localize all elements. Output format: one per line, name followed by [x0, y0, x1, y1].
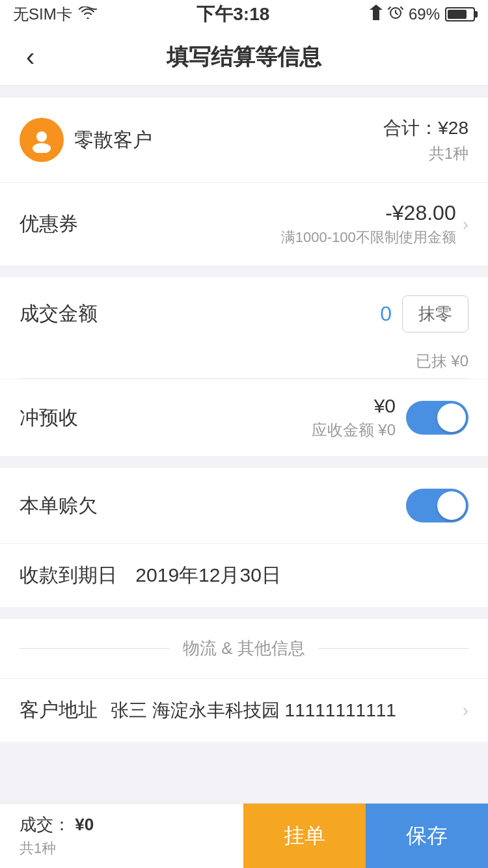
- bottom-count: 共1种: [20, 839, 224, 858]
- coupon-desc: 满1000-100不限制使用金额: [281, 228, 456, 247]
- address-row[interactable]: 客户地址 张三 海淀永丰科技园 11111111111 ›: [0, 679, 488, 742]
- debt-card: 本单赊欠 收款到期日 2019年12月30日: [0, 468, 488, 607]
- signal-text: 无SIM卡: [13, 4, 72, 25]
- customer-card: 零散客户 合计：¥28 共1种 优惠券 -¥28.00 满1000-100不限制…: [0, 98, 488, 265]
- coupon-value: -¥28.00: [281, 201, 456, 225]
- amount-row: 成交金额 0 抹零: [0, 277, 488, 351]
- status-left: 无SIM卡: [13, 4, 97, 25]
- wifi-icon: [79, 5, 97, 23]
- duedate-row: 收款到期日 2019年12月30日: [0, 543, 488, 607]
- coupon-right: -¥28.00 满1000-100不限制使用金额 ›: [281, 201, 468, 247]
- flush-amount: ¥0 应收金额 ¥0: [312, 395, 396, 441]
- customer-row: 零散客户 合计：¥28 共1种: [0, 98, 488, 182]
- customer-right: 合计：¥28 共1种: [383, 116, 468, 164]
- nav-bar: ‹ 填写结算等信息: [0, 29, 488, 86]
- flush-label: 冲预收: [20, 405, 78, 431]
- flush-amount-value: ¥0: [312, 395, 396, 417]
- battery-icon: [445, 7, 475, 21]
- battery-percent: 69%: [409, 5, 440, 23]
- flush-row: 冲预收 ¥0 应收金额 ¥0: [0, 379, 488, 456]
- amount-card: 成交金额 0 抹零 已抹 ¥0 冲预收 ¥0 应收金额 ¥0: [0, 277, 488, 456]
- debt-toggle[interactable]: [406, 489, 468, 522]
- debt-label: 本单赊欠: [20, 493, 98, 519]
- customer-avatar: [20, 118, 64, 162]
- alarm-icon: [388, 5, 403, 24]
- bottom-transaction-label: 成交：: [20, 815, 70, 834]
- address-chevron-icon: ›: [463, 700, 468, 721]
- coupon-block: -¥28.00 满1000-100不限制使用金额: [281, 201, 456, 247]
- status-time: 下午3:18: [197, 2, 269, 27]
- debt-toggle-knob: [437, 491, 466, 520]
- flush-amount-sub: 应收金额 ¥0: [312, 420, 396, 441]
- round-button[interactable]: 抹零: [402, 295, 468, 332]
- amount-sub: 已抹 ¥0: [0, 351, 488, 378]
- flush-right: ¥0 应收金额 ¥0: [312, 395, 468, 441]
- debt-row: 本单赊欠: [0, 468, 488, 543]
- coupon-chevron-icon: ›: [463, 214, 468, 235]
- customer-count: 共1种: [383, 143, 468, 164]
- amount-label: 成交金额: [20, 301, 98, 327]
- duedate-value: 2019年12月30日: [135, 564, 280, 586]
- customer-total: 合计：¥28: [383, 116, 468, 141]
- hang-button[interactable]: 挂单: [243, 804, 366, 869]
- amount-value[interactable]: 0: [353, 302, 392, 326]
- address-value: 张三 海淀永丰科技园 11111111111: [111, 698, 463, 723]
- status-bar: 无SIM卡 下午3:18 69%: [0, 0, 488, 29]
- customer-name: 零散客户: [74, 127, 152, 154]
- coupon-label: 优惠券: [20, 211, 78, 237]
- content-area: 零散客户 合计：¥28 共1种 优惠券 -¥28.00 满1000-100不限制…: [0, 98, 488, 819]
- svg-point-2: [33, 143, 51, 153]
- bottom-left: 成交： ¥0 共1种: [0, 813, 243, 858]
- svg-point-1: [36, 131, 47, 142]
- status-right: 69%: [370, 5, 475, 24]
- coupon-row[interactable]: 优惠券 -¥28.00 满1000-100不限制使用金额 ›: [0, 182, 488, 265]
- logistics-header: 物流 & 其他信息: [0, 619, 488, 678]
- customer-left: 零散客户: [20, 118, 152, 162]
- address-label: 客户地址: [20, 697, 98, 724]
- logistics-label: 物流 & 其他信息: [183, 637, 305, 660]
- bottom-transaction: 成交： ¥0: [20, 813, 224, 836]
- location-icon: [370, 5, 383, 24]
- duedate-label: 收款到期日 2019年12月30日: [20, 564, 281, 586]
- logistics-card: 物流 & 其他信息 客户地址 张三 海淀永丰科技园 11111111111 ›: [0, 619, 488, 742]
- amount-right: 0 抹零: [353, 295, 468, 332]
- save-button[interactable]: 保存: [366, 804, 488, 869]
- bottom-bar: 成交： ¥0 共1种 挂单 保存: [0, 803, 488, 868]
- flush-toggle[interactable]: [406, 401, 468, 435]
- back-button[interactable]: ‹: [20, 36, 41, 78]
- bottom-transaction-value: ¥0: [75, 815, 94, 834]
- toggle-knob: [437, 403, 466, 432]
- page-title: 填写结算等信息: [167, 42, 321, 72]
